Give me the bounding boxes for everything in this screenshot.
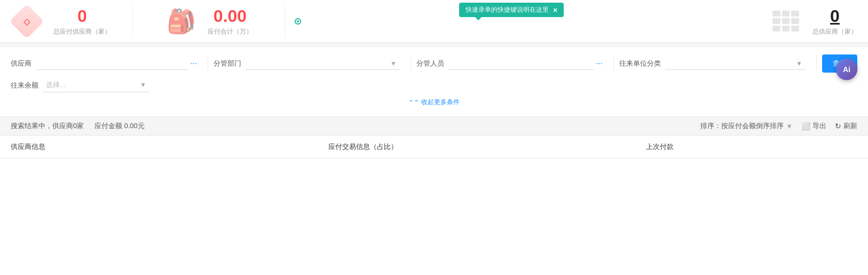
result-bar: 搜索结果中，供应商0家 应付金额 0.00元 排序：按应付会额倒序排序 ▼ ⬜ … [0, 117, 868, 136]
total-payable-suppliers-label: 总应付供应商（家） [53, 27, 111, 36]
dept-chevron-icon: ▼ [390, 60, 397, 67]
dept-label: 分管部门 [214, 59, 241, 68]
table-header: 供应商信息 应付交易信息（占比） 上次付款 [0, 136, 868, 159]
export-button[interactable]: ⬜ 导出 [801, 121, 826, 131]
balance-label: 往来余额 [11, 81, 38, 90]
sort-label: 排序：按应付会额倒序排序 [700, 121, 784, 131]
supplier-input[interactable] [36, 57, 188, 70]
filter-row-2: 往来余额 选择... ▼ [11, 78, 857, 92]
col-header-supplier: 供应商信息 [11, 142, 328, 152]
top-stats-bar: ◇ 0 总应付供应商（家） 🎒 0.00 应付合计（万） 快速录单的快捷键说明在… [0, 0, 868, 43]
category-select[interactable]: ▼ [665, 58, 806, 70]
collapse-up-icon: ⌃⌃ [408, 99, 419, 106]
grid-icon [770, 5, 802, 37]
table-body [0, 159, 868, 275]
export-label: 导出 [812, 121, 826, 131]
total-payable-suppliers-number: 0 [77, 6, 87, 26]
col-header-transaction: 应付交易信息（占比） [328, 142, 646, 152]
total-suppliers-label: 总供应商（家） [812, 27, 857, 36]
person-label: 分管人员 [416, 59, 444, 68]
result-amount: 应付金额 0.00元 [94, 122, 145, 130]
supplier-label: 供应商 [11, 59, 32, 68]
person-filter: 分管人员 ··· [416, 57, 608, 70]
divider-1 [208, 56, 208, 72]
filter-row-1: 供应商 ··· 分管部门 ▼ 分管人员 ··· 往来单位分类 ▼ [11, 54, 857, 73]
payable-total-number: 0.00 [214, 6, 247, 26]
refresh-label: 刷新 [843, 121, 857, 131]
tooltip-dot [296, 19, 300, 23]
supplier-filter: 供应商 ··· [11, 57, 202, 70]
payable-total-label: 应付合计（万） [208, 27, 252, 36]
supplier-dots-icon[interactable]: ··· [190, 59, 197, 68]
dept-filter: 分管部门 ▼ [214, 58, 405, 70]
sort-select[interactable]: 排序：按应付会额倒序排序 ▼ [700, 121, 793, 131]
balance-filter: 往来余额 选择... ▼ [11, 78, 857, 92]
divider-3 [613, 56, 614, 72]
balance-select[interactable]: 选择... ▼ [43, 78, 149, 92]
refresh-icon: ↻ [835, 122, 841, 130]
result-text: 搜索结果中，供应商0家 [11, 122, 84, 130]
result-info: 搜索结果中，供应商0家 应付金额 0.00元 [11, 121, 145, 131]
ai-badge[interactable]: Ai [836, 59, 857, 80]
result-bar-right: 排序：按应付会额倒序排序 ▼ ⬜ 导出 ↻ 刷新 [700, 121, 857, 131]
divider-2 [411, 56, 411, 72]
total-suppliers-number: 0 [830, 6, 840, 26]
category-chevron-icon: ▼ [796, 60, 802, 67]
tooltip-close-icon[interactable]: × [553, 6, 557, 14]
collapse-button[interactable]: ⌃⌃ 收起更多条件 [408, 98, 460, 107]
col-header-lastpay: 上次付款 [646, 142, 858, 152]
refresh-button[interactable]: ↻ 刷新 [835, 121, 857, 131]
shortcut-tooltip: 快速录单的快捷键说明在这里 × [459, 3, 564, 17]
category-filter: 往来单位分类 ▼ [619, 58, 811, 70]
sort-chevron-icon: ▼ [786, 122, 793, 130]
tooltip-text: 快速录单的快捷键说明在这里 [465, 5, 549, 14]
person-dots-icon[interactable]: ··· [596, 59, 603, 68]
category-label: 往来单位分类 [619, 59, 661, 68]
filter-section: 供应商 ··· 分管部门 ▼ 分管人员 ··· 往来单位分类 ▼ [0, 47, 868, 117]
bag-icon: 🎒 [165, 5, 197, 37]
diamond-icon: ◇ [11, 5, 43, 37]
balance-chevron-icon: ▼ [140, 81, 146, 89]
dept-select[interactable]: ▼ [246, 58, 400, 70]
divider-4 [816, 56, 817, 72]
person-input[interactable] [448, 57, 594, 70]
collapse-label: 收起更多条件 [421, 98, 460, 107]
balance-placeholder: 选择... [46, 80, 66, 90]
export-icon: ⬜ [801, 122, 810, 130]
